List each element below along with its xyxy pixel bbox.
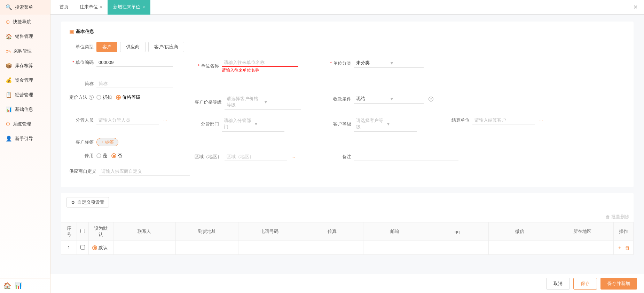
sidebar-bottom-chart-icon[interactable]: 📊 <box>15 282 22 290</box>
purchase-icon: 🛍 <box>6 48 11 54</box>
supplier-custom-group: 供应商自定义 <box>69 167 209 176</box>
save-add-button[interactable]: 保存并新增 <box>600 278 637 290</box>
unit-code-input[interactable] <box>96 58 173 67</box>
settlement-group: 结算单位 ··· <box>445 116 567 124</box>
payment-condition-label: 收款条件 <box>327 96 351 102</box>
sidebar-label-purchase: 采购管理 <box>14 48 32 54</box>
sidebar-label-newbie: 新手引导 <box>15 136 33 142</box>
cell-phone[interactable] <box>238 241 301 255</box>
sidebar-item-search[interactable]: 🔍 搜索菜单 <box>0 0 50 15</box>
pricing-radio-discount-circle <box>96 95 101 100</box>
pricing-method-group: 定价方法 ? 折扣 价格等级 <box>69 94 188 100</box>
qq-input[interactable] <box>430 244 485 252</box>
row-checkbox[interactable] <box>80 245 85 250</box>
unit-category-arrow: ▼ <box>390 60 422 66</box>
add-tag-button[interactable]: + 标签 <box>96 138 118 146</box>
pricing-radio-level[interactable]: 价格等级 <box>116 94 140 100</box>
disabled-yes-radio[interactable]: 是 <box>96 153 107 159</box>
save-button[interactable]: 保存 <box>573 278 597 290</box>
cell-address[interactable] <box>176 241 238 255</box>
type-btn-both[interactable]: 客户/供应商 <box>148 42 184 52</box>
col-actions: 操作 <box>613 222 633 241</box>
customer-level-select[interactable]: 请选择客户等级 ▼ <box>354 116 417 132</box>
tab-new-partner-close[interactable]: × <box>142 5 144 9</box>
cell-default: 默认 <box>89 241 113 255</box>
type-btn-supplier[interactable]: 供应商 <box>120 42 146 52</box>
sidebar-item-newbie[interactable]: 👤 新手引导 <box>0 131 50 146</box>
region-input[interactable] <box>225 153 287 161</box>
department-arrow: ▼ <box>254 121 282 127</box>
trash-icon: 🗑 <box>605 214 610 220</box>
manager-more-btn[interactable]: ··· <box>162 118 168 123</box>
wechat-input[interactable] <box>492 244 548 252</box>
tabs-global-close[interactable]: ✕ <box>630 4 641 10</box>
unit-category-select[interactable]: 未分类 ▼ <box>354 58 424 68</box>
sidebar-item-system[interactable]: ⚙ 系统管理 <box>0 117 50 131</box>
sidebar-item-basic[interactable]: 📊 基础信息 <box>0 102 50 117</box>
cell-wechat[interactable] <box>488 241 551 255</box>
sidebar-item-finance[interactable]: 💰 资金管理 <box>0 73 50 88</box>
type-btn-customer[interactable]: 客户 <box>96 42 117 52</box>
settlement-input[interactable] <box>472 116 535 124</box>
cell-contact[interactable] <box>113 241 176 255</box>
pricing-method-help[interactable]: ? <box>89 95 94 100</box>
pricing-radio-discount[interactable]: 折扣 <box>96 94 112 100</box>
quicknav-icon: ⊙ <box>6 19 10 25</box>
cell-region[interactable] <box>551 241 614 255</box>
sidebar-item-sales[interactable]: 🏠 销售管理 <box>0 29 50 44</box>
sidebar-item-inventory[interactable]: 📦 库存核算 <box>0 58 50 73</box>
supplier-custom-input[interactable] <box>99 167 190 176</box>
customer-price-level-select[interactable]: 请选择客户价格等级 ▼ <box>225 94 301 110</box>
department-select[interactable]: 请输入分管部门 ▼ <box>222 116 284 132</box>
tab-new-partner[interactable]: 新增往来单位 × <box>108 0 150 15</box>
newbie-icon: 👤 <box>6 136 12 142</box>
email-input[interactable] <box>367 244 422 252</box>
sidebar-item-operation[interactable]: 📋 经营管理 <box>0 88 50 102</box>
fax-input[interactable] <box>305 244 360 252</box>
sidebar-label-basic: 基础信息 <box>15 106 33 113</box>
disabled-no-radio[interactable]: 否 <box>111 153 122 159</box>
cancel-button[interactable]: 取消 <box>546 278 570 290</box>
contacts-table: 序号 设为默认 联系人 到货地址 电话号码 传真 邮箱 qq 微信 所在地区 操… <box>61 222 634 255</box>
sidebar-item-quicknav[interactable]: ⊙ 快捷导航 <box>0 15 50 29</box>
manager-input[interactable] <box>96 116 159 124</box>
unit-name-input[interactable] <box>222 58 298 67</box>
remark-input[interactable] <box>354 153 458 161</box>
basic-icon: 📊 <box>6 106 12 113</box>
unit-name-group: 单位名称 请输入往来单位名称 <box>195 58 320 73</box>
cell-qq[interactable] <box>426 241 488 255</box>
region-cell-input[interactable] <box>555 244 610 252</box>
code-name-category-row: 单位编码 单位名称 请输入往来单位名称 单位分类 未分类 ▼ <box>69 58 625 73</box>
delete-row-button[interactable]: 🗑 <box>625 245 630 251</box>
tab-partners[interactable]: 往来单位 × <box>74 0 108 15</box>
select-all-checkbox[interactable] <box>80 229 85 233</box>
add-row-button[interactable]: ＋ <box>617 245 622 251</box>
unit-name-label: 单位名称 <box>195 63 219 69</box>
sidebar-label-finance: 资金管理 <box>15 77 33 83</box>
col-checkbox <box>77 222 89 241</box>
address-input[interactable] <box>179 244 235 252</box>
payment-condition-select[interactable]: 现结 ▼ <box>354 94 424 104</box>
payment-condition-arrow: ▼ <box>390 96 422 101</box>
tab-partners-close[interactable]: × <box>100 5 102 9</box>
custom-settings-button[interactable]: ⚙ 自定义项设置 <box>66 197 109 207</box>
contact-input[interactable] <box>117 244 172 252</box>
manager-row: 分管人员 ··· 分管部门 请输入分管部门 ▼ 客户等级 请选择客户等级 ▼ <box>69 116 625 132</box>
cell-fax[interactable] <box>301 241 363 255</box>
unit-category-label: 单位分类 <box>327 60 351 66</box>
region-more-btn[interactable]: ··· <box>290 154 297 160</box>
cell-row-actions: ＋ 🗑 <box>613 241 633 255</box>
sidebar-item-purchase[interactable]: 🛍 采购管理 <box>0 44 50 58</box>
customer-tag-group: 客户标签 + 标签 <box>69 138 625 146</box>
phone-input[interactable] <box>242 244 297 252</box>
short-name-input[interactable] <box>96 80 173 88</box>
sidebar-bottom-home-icon[interactable]: 🏠 <box>3 282 11 290</box>
cell-email[interactable] <box>363 241 426 255</box>
batch-delete-button[interactable]: 🗑 批量删除 <box>605 214 629 220</box>
payment-condition-help[interactable]: ? <box>429 97 433 101</box>
main-area: 首页 往来单位 × 新增往来单位 × ✕ ▣ 基本信息 单位类型 客户 <box>50 0 644 293</box>
default-radio[interactable]: 默认 <box>92 245 109 251</box>
settlement-more-btn[interactable]: ··· <box>538 118 544 123</box>
cell-checkbox[interactable] <box>77 241 89 255</box>
tab-home[interactable]: 首页 <box>54 0 74 15</box>
